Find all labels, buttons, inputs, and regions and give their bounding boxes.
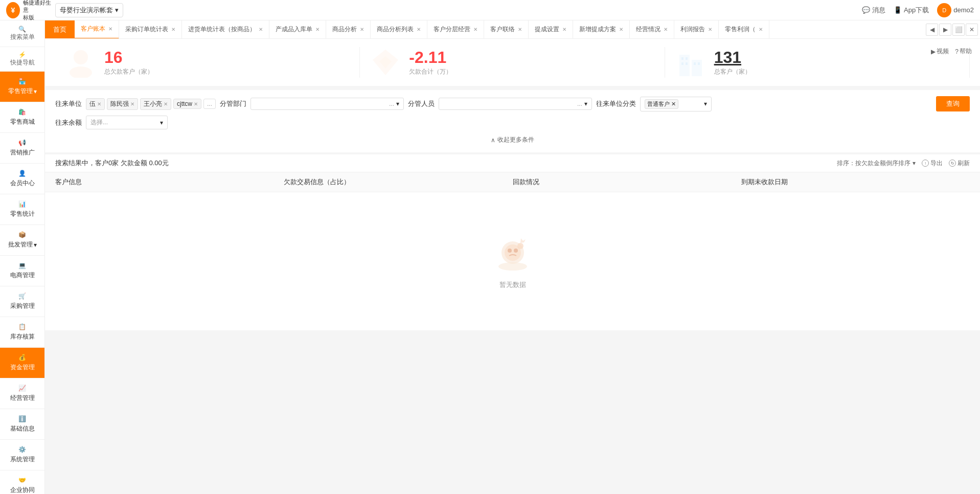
store-icon: 🏪 — [18, 78, 26, 85]
svg-point-15 — [508, 249, 512, 253]
message-icon: 💬 — [862, 6, 870, 14]
department-select[interactable]: ... ▾ — [250, 98, 404, 110]
tab-close-all[interactable]: ✕ — [966, 24, 978, 36]
tab-close-icon[interactable]: ✕ — [108, 26, 112, 32]
tab-reminder-settings[interactable]: 提成设置 ✕ — [529, 20, 573, 39]
debt-amount-value: -2.11 — [409, 49, 452, 65]
tab-maximize[interactable]: ⬜ — [952, 24, 965, 36]
tab-new-reminder[interactable]: 新增提成方案 ✕ — [573, 20, 630, 39]
col-debt-info: 欠款交易信息（占比） — [284, 177, 512, 187]
tab-close-icon[interactable]: ✕ — [518, 27, 522, 32]
tab-close-icon[interactable]: ✕ — [708, 27, 712, 32]
sidebar-item-batch-mgmt[interactable]: 📦 批发管理 ▾ — [0, 225, 44, 256]
video-link[interactable]: ▶ 视频 — [931, 47, 949, 56]
sidebar-item-purchase[interactable]: 🛒 采购管理 — [0, 286, 44, 317]
filter-tag-unit-2[interactable]: 陈民强 ✕ — [107, 98, 138, 110]
stats-icon: 📊 — [18, 200, 26, 208]
collapse-button[interactable]: ∧ 收起更多条件 — [491, 136, 534, 144]
tab-scroll-right[interactable]: ▶ — [939, 24, 951, 36]
unit-type-label: 往来单位分类 — [596, 99, 636, 108]
stat-total-customers-info: 16 总欠款客户（家） — [104, 49, 153, 76]
sidebar-item-basic-info[interactable]: ℹ️ 基础信息 — [0, 409, 44, 440]
unit-type-tag: 普通客户 ✕ — [645, 99, 678, 109]
filter-tag-unit-4[interactable]: cjttcw ✕ — [173, 99, 201, 109]
quick-nav[interactable]: ⚡ 快捷导航 — [0, 47, 44, 72]
tab-close-icon[interactable]: ✕ — [562, 27, 566, 32]
user-menu[interactable]: D demo2 — [937, 3, 974, 17]
tab-close-icon[interactable]: ✕ — [360, 27, 364, 32]
tag-close-icon[interactable]: ✕ — [194, 101, 198, 107]
empty-text: 暂无数据 — [499, 280, 526, 289]
tag-close-icon[interactable]: ✕ — [97, 101, 101, 107]
tab-close-icon[interactable]: ✕ — [664, 27, 668, 32]
tab-close-icon[interactable]: ✕ — [259, 27, 263, 32]
sidebar-item-system[interactable]: ⚙️ 系统管理 — [0, 440, 44, 470]
tab-profit-report[interactable]: 利润报告 ✕ — [674, 20, 719, 39]
filter-more-btn[interactable]: ... — [203, 99, 216, 109]
tab-product-analysis[interactable]: 商品分析 ✕ — [326, 20, 371, 39]
table-container: 客户信息 欠款交易信息（占比） 回款情况 到期未收款日期 — [45, 172, 980, 330]
sidebar-item-finance[interactable]: 💰 资金管理 — [0, 348, 44, 378]
sidebar-item-member-center[interactable]: 👤 会员中心 — [0, 164, 44, 194]
tab-home[interactable]: 首页 — [45, 20, 75, 39]
sidebar-item-enterprise[interactable]: 🤝 企业协同 — [0, 470, 44, 494]
top-header: ¥ 畅捷通好生意 标版 母婴行业演示帐套 ▾ 💬 消息 📱 App下载 D de… — [0, 0, 980, 20]
unit-type-select[interactable]: 普通客户 ✕ ▾ — [640, 97, 712, 111]
play-icon: ▶ — [931, 48, 936, 55]
nav-icon: ⚡ — [18, 51, 26, 58]
refresh-button[interactable]: ↻ 刷新 — [949, 159, 970, 168]
unit-filter-label: 往来单位 — [55, 99, 82, 108]
app-download-button[interactable]: 📱 App下载 — [894, 6, 929, 15]
tab-purchase-order[interactable]: 采购订单统计表 ✕ — [119, 20, 182, 39]
sidebar-item-retail-mall[interactable]: 🛍️ 零售商城 — [0, 102, 44, 133]
message-button[interactable]: 💬 消息 — [862, 6, 885, 15]
tab-purchase-stats[interactable]: 进货单统计表（按商品） ✕ — [182, 20, 269, 39]
marketing-icon: 📢 — [18, 139, 26, 146]
sidebar-item-retail-stats[interactable]: 📊 零售统计 — [0, 194, 44, 225]
tab-close-icon[interactable]: ✕ — [619, 27, 623, 32]
sidebar-item-operations[interactable]: 📈 经营管理 — [0, 378, 44, 409]
tab-scroll-left[interactable]: ◀ — [926, 24, 938, 36]
tab-close-icon[interactable]: ✕ — [315, 27, 320, 32]
svg-rect-5 — [692, 60, 702, 76]
export-button[interactable]: ↑ 导出 — [922, 159, 943, 168]
filter-tag-unit-1[interactable]: 伍 ✕ — [86, 98, 105, 110]
help-link[interactable]: ? 帮助 — [955, 47, 972, 56]
balance-select[interactable]: 选择... ▾ — [86, 116, 168, 129]
filter-tag-unit-3[interactable]: 王小亮 ✕ — [140, 98, 171, 110]
tab-customer-segment[interactable]: 客户分层经营 ✕ — [427, 20, 484, 39]
operations-icon: 📈 — [18, 385, 26, 392]
svg-point-0 — [74, 50, 88, 64]
tab-close-icon[interactable]: ✕ — [171, 27, 175, 32]
svg-point-1 — [70, 66, 92, 78]
person-select[interactable]: ... ▾ — [439, 98, 592, 110]
tab-retail-profit[interactable]: 零售利润（ ✕ — [719, 20, 769, 39]
tab-close-icon[interactable]: ✕ — [417, 27, 421, 32]
chevron-up-icon: ∧ — [491, 137, 495, 144]
chevron-icon2: ▾ — [34, 241, 37, 249]
tab-customer-contact[interactable]: 客户联络 ✕ — [484, 20, 529, 39]
tab-product-entry[interactable]: 产成品入库单 ✕ — [269, 20, 326, 39]
search-icon: 🔍 — [18, 26, 26, 33]
tab-operations-status[interactable]: 经营情况 ✕ — [630, 20, 674, 39]
tab-customer-account[interactable]: 客户账本 ✕ — [75, 20, 119, 39]
sort-selector[interactable]: 排序：按欠款金额倒序排序 ▾ — [837, 159, 916, 168]
sidebar-item-ecommerce[interactable]: 💻 电商管理 — [0, 256, 44, 286]
header-left: ¥ 畅捷通好生意 标版 母婴行业演示帐套 ▾ — [6, 0, 123, 21]
query-button[interactable]: 查询 — [936, 96, 970, 111]
content-area: 首页 客户账本 ✕ 采购订单统计表 ✕ 进货单统计表（按商品） ✕ 产成品入库单… — [45, 20, 980, 494]
tag-close-icon[interactable]: ✕ — [164, 101, 168, 107]
search-menu[interactable]: 🔍 搜索菜单 — [0, 20, 44, 47]
stat-total-clients-info: 131 总客户（家） — [714, 49, 751, 76]
sidebar-item-inventory[interactable]: 📋 库存核算 — [0, 317, 44, 348]
tab-product-analysis-list[interactable]: 商品分析列表 ✕ — [371, 20, 427, 39]
total-customers-value: 16 — [104, 49, 153, 65]
company-selector[interactable]: 母婴行业演示帐套 ▾ — [55, 3, 123, 17]
tab-close-icon[interactable]: ✕ — [759, 27, 763, 32]
sidebar-item-marketing[interactable]: 📢 营销推广 — [0, 133, 44, 164]
sidebar-item-retail-mgmt[interactable]: 🏪 零售管理 ▾ — [0, 72, 44, 102]
tag-close-icon2[interactable]: ✕ — [671, 101, 676, 107]
tag-close-icon[interactable]: ✕ — [130, 101, 134, 107]
tab-close-icon[interactable]: ✕ — [473, 27, 477, 32]
filter-area: 往来单位 伍 ✕ 陈民强 ✕ 王小亮 ✕ — [45, 90, 980, 152]
